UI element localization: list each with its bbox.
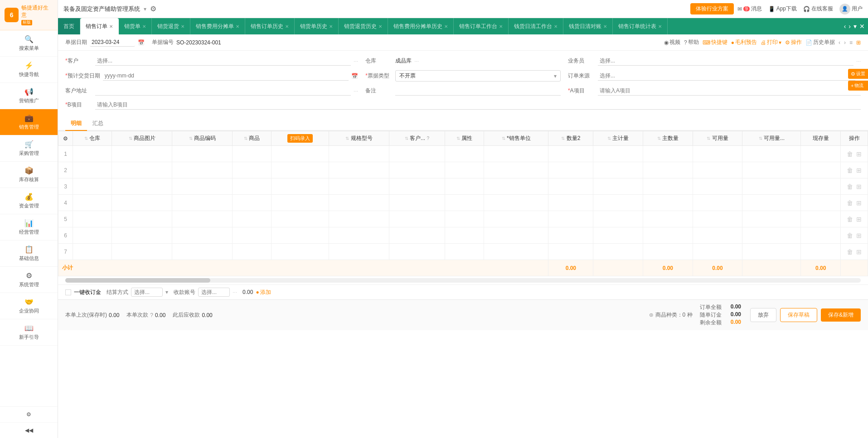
tab-stats[interactable]: 销售订单统计表 ✕ xyxy=(613,18,668,34)
cell-attribute[interactable] xyxy=(445,211,484,227)
cell-unit[interactable] xyxy=(484,211,548,227)
cell-scan[interactable] xyxy=(272,227,329,244)
scrollbar-thumb[interactable] xyxy=(65,278,210,283)
cell-image[interactable] xyxy=(112,146,172,162)
cell-stock[interactable] xyxy=(801,211,841,227)
tab-close-icon[interactable]: ✕ xyxy=(236,24,239,29)
cell-available2[interactable] xyxy=(742,244,801,260)
tab-close-icon[interactable]: ✕ xyxy=(142,24,146,29)
cell-main-measure[interactable] xyxy=(593,227,643,244)
nav-prev-icon[interactable]: ‹ xyxy=(839,39,840,46)
cell-warehouse[interactable] xyxy=(73,195,112,211)
sidebar-item-sales[interactable]: 💼 销售管理 xyxy=(0,109,58,135)
sidebar-item-cooperation[interactable]: 🤝 企业协同 xyxy=(0,293,58,319)
address-more-icon[interactable]: ··· xyxy=(354,88,358,94)
tab-close-icon[interactable]: ✕ xyxy=(554,24,558,29)
cell-warehouse[interactable] xyxy=(73,162,112,178)
cell-warehouse[interactable] xyxy=(73,244,112,260)
help-action[interactable]: ? 帮助 xyxy=(684,39,699,46)
cell-stock[interactable] xyxy=(801,162,841,178)
cell-product[interactable] xyxy=(233,211,272,227)
video-action[interactable]: ◉ 视频 xyxy=(664,39,680,46)
copy-row-icon[interactable]: ⊞ xyxy=(856,232,862,239)
remark-input[interactable] xyxy=(395,86,561,96)
tab-expense-history[interactable]: 销售费用分摊单历史 ✕ xyxy=(388,18,454,34)
cell-sku-code[interactable] xyxy=(172,227,233,244)
cell-attribute[interactable] xyxy=(445,162,484,178)
cell-qty2[interactable] xyxy=(548,244,593,260)
nav-next-icon[interactable]: › xyxy=(844,39,846,46)
tab-close-icon[interactable]: ✕ xyxy=(603,24,607,29)
save-new-btn[interactable]: 保存&新增 xyxy=(821,308,861,322)
cell-spec[interactable] xyxy=(329,162,389,178)
tab-sales-order[interactable]: 销售订单 ✕ xyxy=(80,18,119,34)
cell-main-measure[interactable] xyxy=(593,146,643,162)
delete-row-icon[interactable]: 🗑 xyxy=(847,199,853,207)
cell-attribute[interactable] xyxy=(445,195,484,211)
delete-row-icon[interactable]: 🗑 xyxy=(847,216,853,223)
sidebar-item-quick[interactable]: ⚡ 快捷导航 xyxy=(0,57,58,83)
calendar-icon[interactable]: 📅 xyxy=(138,39,145,46)
sidebar-item-search[interactable]: 🔍 搜索菜单 xyxy=(0,30,58,57)
cell-main-measure[interactable] xyxy=(593,178,643,195)
cell-spec[interactable] xyxy=(329,244,389,260)
cell-attribute[interactable] xyxy=(445,227,484,244)
user-btn[interactable]: 👤 用户 xyxy=(839,4,863,14)
cell-available[interactable] xyxy=(693,146,742,162)
sidebar-item-inventory[interactable]: 📦 库存核算 xyxy=(0,162,58,188)
cell-main-qty[interactable] xyxy=(643,146,693,162)
cell-available2[interactable] xyxy=(742,195,801,211)
cell-attribute[interactable] xyxy=(445,178,484,195)
cell-scan[interactable] xyxy=(272,244,329,260)
cell-warehouse[interactable] xyxy=(73,211,112,227)
sidebar-settings-btn[interactable]: ⚙ xyxy=(0,406,58,422)
tab-sales-history[interactable]: 销售订单历史 ✕ xyxy=(245,18,295,34)
cell-image[interactable] xyxy=(112,211,172,227)
order-source-input[interactable] xyxy=(598,71,855,81)
cell-sku-code[interactable] xyxy=(172,211,233,227)
cell-image[interactable] xyxy=(112,227,172,244)
cell-spec[interactable] xyxy=(329,146,389,162)
save-draft-btn[interactable]: 保存草稿 xyxy=(780,308,817,322)
cell-spec[interactable] xyxy=(329,178,389,195)
tab-close-icon[interactable]: ✕ xyxy=(109,24,113,29)
cell-available[interactable] xyxy=(693,162,742,178)
tab-close-icon[interactable]: ✕ xyxy=(378,24,382,29)
tab-close-icon[interactable]: ✕ xyxy=(329,24,333,29)
cell-customer[interactable] xyxy=(389,195,445,211)
cell-product[interactable] xyxy=(233,227,272,244)
tab-sales-return[interactable]: 销货退货 ✕ xyxy=(152,18,190,34)
cell-product[interactable] xyxy=(233,162,272,178)
sidebar-collapse-btn[interactable]: ◀◀ xyxy=(0,422,58,438)
cell-spec[interactable] xyxy=(329,195,389,211)
cell-main-qty[interactable] xyxy=(643,211,693,227)
cell-customer[interactable] xyxy=(389,211,445,227)
cell-spec[interactable] xyxy=(329,211,389,227)
cell-available2[interactable] xyxy=(742,146,801,162)
cell-scan[interactable] xyxy=(272,211,329,227)
profit-action[interactable]: ● 毛利预告 xyxy=(731,39,757,46)
settlement-input[interactable] xyxy=(131,288,163,297)
cell-scan[interactable] xyxy=(272,178,329,195)
copy-row-icon[interactable]: ⊞ xyxy=(856,167,862,174)
cell-unit[interactable] xyxy=(484,244,548,260)
cell-available2[interactable] xyxy=(742,227,801,244)
cell-stock[interactable] xyxy=(801,195,841,211)
tab-close-icon[interactable]: ✕ xyxy=(499,24,503,29)
cell-unit[interactable] xyxy=(484,162,548,178)
cell-available2[interactable] xyxy=(742,178,801,195)
cell-available[interactable] xyxy=(693,178,742,195)
tab-daily-clear[interactable]: 钱货日清工作台 ✕ xyxy=(509,18,563,34)
settings-panel-btn[interactable]: ⚙ 设置 xyxy=(848,69,868,79)
tab-prev-icon[interactable]: ‹ xyxy=(843,23,848,30)
cell-main-measure[interactable] xyxy=(593,211,643,227)
cell-unit[interactable] xyxy=(484,227,548,244)
cell-customer[interactable] xyxy=(389,178,445,195)
cell-attribute[interactable] xyxy=(445,146,484,162)
cell-sku-code[interactable] xyxy=(172,162,233,178)
cell-qty2[interactable] xyxy=(548,195,593,211)
cell-stock[interactable] xyxy=(801,178,841,195)
delete-row-icon[interactable]: 🗑 xyxy=(847,167,853,174)
tab-home[interactable]: 首页 xyxy=(58,18,80,34)
cell-available2[interactable] xyxy=(742,162,801,178)
